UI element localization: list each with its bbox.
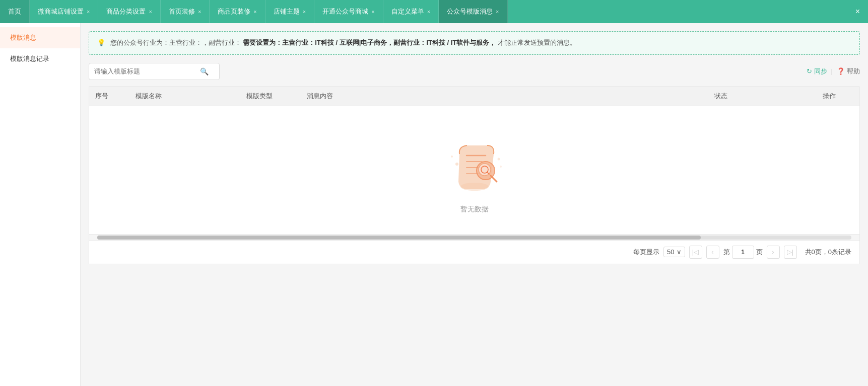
last-page-icon: ▷| <box>787 248 793 256</box>
nav-tab-6[interactable]: 开通公众号商城× <box>314 0 383 23</box>
table-wrap: 序号 模版名称 模版类型 消息内容 状态 操作 <box>89 86 860 264</box>
help-label: 帮助 <box>847 67 860 76</box>
toolbar-divider: | <box>831 67 833 75</box>
nav-tab-close-8[interactable]: × <box>496 9 499 15</box>
nav-tab-close-1[interactable]: × <box>87 9 90 15</box>
scroll-bar-area[interactable] <box>89 234 859 240</box>
nav-tab-8[interactable]: 公众号模版消息× <box>439 0 507 23</box>
next-page-button[interactable]: › <box>767 246 780 259</box>
first-page-icon: |◁ <box>692 248 699 256</box>
sync-icon: ↻ <box>807 67 812 75</box>
nav-tab-close-6[interactable]: × <box>371 9 374 15</box>
page-number-input[interactable] <box>732 246 754 259</box>
last-page-button[interactable]: ▷| <box>784 246 797 259</box>
nav-tab-4[interactable]: 商品页装修× <box>210 0 265 23</box>
prev-page-icon: ‹ <box>711 248 713 256</box>
search-input[interactable] <box>94 67 200 75</box>
nav-tab-close-2[interactable]: × <box>149 9 152 15</box>
search-icon[interactable]: 🔍 <box>200 67 209 75</box>
sync-label: 同步 <box>814 67 827 76</box>
sidebar-item-0[interactable]: 模版消息 <box>0 27 80 48</box>
nav-tab-close-7[interactable]: × <box>427 9 430 15</box>
col-name: 模版名称 <box>129 87 240 106</box>
col-seq: 序号 <box>89 87 129 106</box>
empty-state: 暂无数据 <box>89 106 859 234</box>
nav-tab-7[interactable]: 自定义菜单× <box>383 0 439 23</box>
sync-button[interactable]: ↻ 同步 <box>807 67 827 76</box>
svg-point-11 <box>451 156 453 158</box>
empty-text: 暂无数据 <box>460 205 489 214</box>
first-page-button[interactable]: |◁ <box>689 246 702 259</box>
toolbar-right: ↻ 同步 | ❓ 帮助 <box>807 67 860 76</box>
col-status: 状态 <box>708 87 799 106</box>
close-all-button[interactable]: × <box>847 7 868 16</box>
sidebar: 模版消息模版消息记录 <box>0 23 81 386</box>
svg-point-12 <box>497 158 500 160</box>
col-content: 消息内容 <box>301 87 708 106</box>
chevron-down-icon: ∨ <box>677 248 682 256</box>
notice-icon: 💡 <box>97 39 105 46</box>
page-suffix: 页 <box>756 248 763 257</box>
nav-tab-5[interactable]: 店铺主题× <box>265 0 314 23</box>
nav-tab-close-4[interactable]: × <box>253 9 256 15</box>
sidebar-item-1[interactable]: 模版消息记录 <box>0 48 80 69</box>
page-size-label: 每页显示 <box>633 248 659 257</box>
svg-point-10 <box>455 163 458 166</box>
content-area: 💡 您的公众号行业为：主营行业：，副营行业： 需要设置为：主营行业：IT科技 /… <box>81 23 868 386</box>
nav-tab-close-5[interactable]: × <box>303 9 306 15</box>
nav-tab-3[interactable]: 首页装修× <box>161 0 210 23</box>
nav-tab-1[interactable]: 微商城店铺设置× <box>30 0 98 23</box>
table-header: 序号 模版名称 模版类型 消息内容 状态 操作 <box>89 87 859 106</box>
notice-highlight: 需要设置为：主营行业：IT科技 / 互联网|电子商务，副营行业：IT科技 / I… <box>243 39 496 46</box>
svg-line-7 <box>491 176 497 182</box>
main-layout: 模版消息模版消息记录 💡 您的公众号行业为：主营行业：，副营行业： 需要设置为：… <box>0 23 868 386</box>
scroll-bar-thumb[interactable] <box>97 236 701 240</box>
search-input-wrap: 🔍 <box>89 63 220 80</box>
nav-tab-0[interactable]: 首页 <box>0 0 30 23</box>
page-input-group: 第 页 <box>723 246 763 259</box>
nav-tab-2[interactable]: 商品分类设置× <box>98 0 160 23</box>
help-icon: ❓ <box>837 67 845 75</box>
search-bar: 🔍 ↻ 同步 | ❓ 帮助 <box>89 63 860 80</box>
next-page-icon: › <box>772 248 774 256</box>
notice-text-before: 您的公众号行业为：主营行业：，副营行业： <box>110 39 241 46</box>
empty-illustration <box>444 136 505 197</box>
prev-page-button[interactable]: ‹ <box>706 246 719 259</box>
notice-box: 💡 您的公众号行业为：主营行业：，副营行业： 需要设置为：主营行业：IT科技 /… <box>89 31 860 55</box>
col-type: 模版类型 <box>240 87 301 106</box>
notice-text-after: 才能正常发送预置的消息。 <box>498 39 576 46</box>
nav-tab-close-3[interactable]: × <box>198 9 201 15</box>
page-size-value: 50 <box>667 248 674 256</box>
page-size-select[interactable]: 50 ∨ <box>663 247 685 257</box>
svg-point-13 <box>500 166 502 168</box>
col-action: 操作 <box>799 87 859 106</box>
scroll-bar-track[interactable] <box>97 236 851 240</box>
help-button[interactable]: ❓ 帮助 <box>837 67 860 76</box>
top-nav: 首页微商城店铺设置×商品分类设置×首页装修×商品页装修×店铺主题×开通公众号商城… <box>0 0 868 23</box>
pagination: 每页显示 50 ∨ |◁ ‹ 第 页 › <box>89 240 859 264</box>
page-label: 第 <box>723 248 730 257</box>
total-info: 共0页，0条记录 <box>805 248 851 257</box>
